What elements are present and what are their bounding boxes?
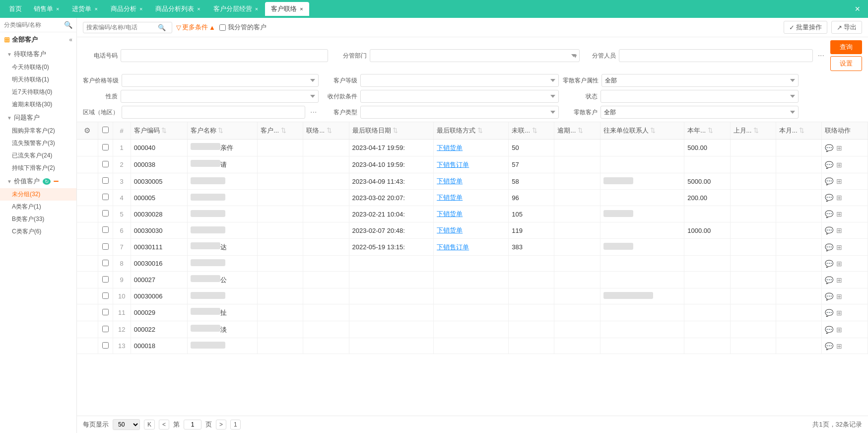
nav-tab-sales[interactable]: 销售单 × [28, 2, 65, 16]
grid-action-icon[interactable]: ⊞ [836, 292, 842, 300]
checkbox-cell[interactable] [98, 289, 113, 304]
more-conditions-button[interactable]: ▽ 更多条件 ▲ [176, 23, 215, 32]
type-column-header[interactable]: 客户... ⇅ [258, 122, 303, 140]
field-customer-level-select[interactable] [360, 74, 558, 87]
close-icon[interactable]: × [139, 6, 142, 12]
checkbox-cell[interactable] [98, 222, 113, 239]
first-page-button[interactable]: K [144, 420, 155, 430]
sidebar-item-overdue[interactable]: 逾期未联络(30) [0, 98, 76, 111]
grid-action-icon[interactable]: ⊞ [836, 276, 842, 284]
checkbox-cell[interactable] [98, 321, 113, 338]
grid-action-icon[interactable]: ⊞ [836, 326, 842, 334]
grid-action-icon[interactable]: ⊞ [836, 243, 842, 251]
close-icon[interactable]: × [56, 6, 59, 12]
field-payment-terms-select[interactable] [360, 90, 558, 103]
settings-column-header[interactable]: ⚙ [77, 122, 98, 140]
row-checkbox[interactable] [102, 161, 109, 167]
my-customers-checkbox[interactable] [219, 24, 226, 31]
checkbox-cell[interactable] [98, 173, 113, 190]
export-button[interactable]: ↗ 导出 [831, 21, 862, 34]
overdue-column-header[interactable]: 逾期... ⇅ [554, 122, 600, 140]
column-settings-button[interactable]: ⚙ [83, 126, 91, 135]
this-month-column-header[interactable]: 本月... ⇅ [776, 122, 821, 140]
sidebar-item-class-b[interactable]: B类客户(33) [0, 213, 76, 225]
row-checkbox[interactable] [102, 226, 109, 233]
select-all-checkbox[interactable] [102, 127, 109, 133]
sidebar-search-input[interactable] [4, 21, 62, 28]
sidebar-item-7days[interactable]: 近7天待联络(0) [0, 86, 76, 98]
last-contact-way-link[interactable]: 下销售订单 [437, 161, 469, 168]
grid-action-icon[interactable]: ⊞ [836, 226, 842, 234]
sidebar-item-declining[interactable]: 持续下滑客户(2) [0, 162, 76, 174]
sidebar-item-class-c[interactable]: C类客户(6) [0, 225, 76, 238]
last-contact-way-link[interactable]: 下销货单 [437, 226, 463, 234]
checkbox-cell[interactable] [98, 206, 113, 222]
last-contact-way-link[interactable]: 下销货单 [437, 144, 463, 151]
close-icon[interactable]: × [94, 6, 97, 12]
sidebar-item-tomorrow[interactable]: 明天待联络(1) [0, 73, 76, 86]
row-checkbox[interactable] [102, 326, 109, 332]
checkbox-cell[interactable] [98, 256, 113, 272]
grid-action-icon[interactable]: ⊞ [836, 144, 842, 152]
dots-icon[interactable]: ··· [816, 51, 826, 60]
grid-action-icon[interactable]: ⊞ [836, 161, 842, 169]
region-dots-icon[interactable]: ··· [308, 108, 319, 117]
page-number-input[interactable] [184, 420, 201, 430]
code-column-header[interactable]: 客户编码 ⇅ [131, 122, 187, 140]
sidebar-item-class-a[interactable]: A类客户(1) [0, 201, 76, 213]
chat-icon[interactable]: 💬 [825, 243, 833, 251]
field-department-select[interactable] [370, 49, 580, 62]
close-icon[interactable]: × [300, 6, 303, 12]
all-customers-header[interactable]: ⊞ 全部客户 « [0, 32, 76, 47]
last-contact-way-column-header[interactable]: 最后联络方式 ⇅ [434, 122, 509, 140]
grid-action-icon[interactable]: ⊞ [836, 309, 842, 317]
last-contact-way-link[interactable]: 下销货单 [437, 194, 463, 201]
sidebar-item-hoarding-abnormal[interactable]: 囤购异常客户(2) [0, 125, 76, 137]
nav-tab-purchase[interactable]: 进货单 × [66, 2, 103, 16]
grid-action-icon[interactable]: ⊞ [836, 194, 842, 202]
nav-tab-analysis-list[interactable]: 商品分析列表 × [149, 2, 206, 16]
chat-icon[interactable]: 💬 [825, 342, 833, 350]
search-icon[interactable]: 🔍 [158, 24, 166, 31]
field-retail-customer-select[interactable]: 全部 [601, 106, 799, 119]
checkbox-cell[interactable] [98, 156, 113, 173]
chat-icon[interactable]: 💬 [825, 260, 833, 268]
last-contact-date-column-header[interactable]: 最后联络日期 ⇅ [349, 122, 434, 140]
row-checkbox[interactable] [102, 309, 109, 315]
chat-icon[interactable]: 💬 [825, 292, 833, 300]
checkbox-cell[interactable] [98, 190, 113, 206]
unit-contact-column-header[interactable]: 往来单位联系人 ⇅ [600, 122, 684, 140]
last-month-column-header[interactable]: 上月... ⇅ [730, 122, 776, 140]
row-checkbox[interactable] [102, 243, 109, 250]
checkbox-cell[interactable] [98, 338, 113, 354]
sidebar-item-today[interactable]: 今天待联络(0) [0, 61, 76, 73]
sidebar-item-ungrouped[interactable]: 未分组(32) [0, 188, 76, 201]
sidebar-group-problem-customers[interactable]: ▼ 问题客户 [0, 111, 76, 125]
last-contact-way-link[interactable]: 下销货单 [437, 210, 463, 217]
close-icon[interactable]: × [197, 6, 200, 12]
checkbox-cell[interactable] [98, 304, 113, 321]
nav-tab-customer-segment[interactable]: 客户分层经营 × [207, 2, 264, 16]
chat-icon[interactable]: 💬 [825, 326, 833, 334]
checkbox-cell[interactable] [98, 272, 113, 289]
sidebar-group-pending-contact[interactable]: ▼ 待联络客户 [0, 47, 76, 61]
sidebar-search-icon[interactable]: 🔍 [64, 21, 72, 29]
sidebar-group-value-customers[interactable]: ▼ 价值客户 ↻ [0, 174, 76, 188]
chat-icon[interactable]: 💬 [825, 144, 833, 152]
nav-tab-customer-contact[interactable]: 客户联络 × [265, 2, 309, 16]
chat-icon[interactable]: 💬 [825, 177, 833, 185]
chat-icon[interactable]: 💬 [825, 210, 833, 218]
checkbox-cell[interactable] [98, 140, 113, 156]
field-customer-type-select[interactable] [360, 106, 558, 119]
grid-action-icon[interactable]: ⊞ [836, 177, 842, 185]
field-price-level-select[interactable] [122, 74, 319, 87]
search-input[interactable] [86, 24, 156, 31]
field-phone-input[interactable] [121, 49, 328, 62]
field-nature-select[interactable] [121, 90, 319, 103]
grid-action-icon[interactable]: ⊞ [836, 210, 842, 218]
close-icon[interactable]: × [255, 6, 258, 12]
not-contact-column-header[interactable]: 未联... ⇅ [509, 122, 554, 140]
page-size-select[interactable]: 50 100 [113, 419, 140, 430]
field-retail-attr-select[interactable]: 全部 [601, 74, 799, 87]
row-checkbox[interactable] [102, 276, 109, 283]
